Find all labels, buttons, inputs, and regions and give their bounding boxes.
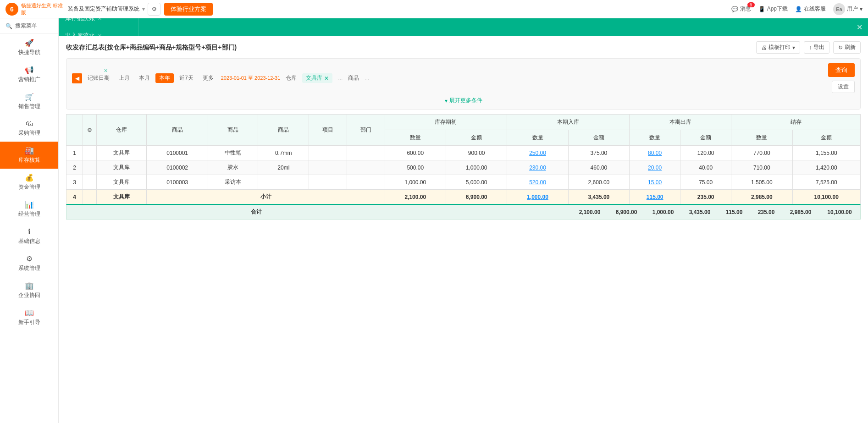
cell-out-qty-1[interactable]: 20.00: [630, 160, 680, 175]
cell-settings-1: [83, 160, 97, 175]
sidebar-item-basic-info[interactable]: ℹ基础信息: [0, 223, 58, 250]
th-project: 项目: [309, 115, 347, 146]
sidebar-label-system: 系统管理: [18, 264, 40, 272]
system-dropdown-icon[interactable]: ▾: [142, 6, 145, 12]
cell-in-qty-2[interactable]: 520.00: [507, 175, 568, 190]
sidebar-icon-sales: 🛒: [25, 93, 34, 101]
cell-warehouse-0: 文具库: [97, 146, 147, 160]
subtotal-out-amt: 235.00: [680, 190, 731, 204]
tab-close-all[interactable]: ✕: [851, 23, 868, 32]
th-product-spec: 商品: [258, 115, 309, 146]
cell-out-qty-2[interactable]: 15.00: [630, 175, 680, 190]
top-bar: 6 畅捷通好生意 标准版 装备及固定资产辅助管理系统 ▾ ⚙ 体验行业方案 💬 …: [0, 0, 868, 18]
filter-collapse-button[interactable]: ◀: [72, 73, 82, 83]
subtotal-out-qty[interactable]: 115.00: [630, 190, 680, 204]
cell-productcode-0: 0100001: [147, 146, 208, 160]
date-btn-this-month[interactable]: 本月: [135, 73, 154, 83]
export-label: 导出: [813, 44, 824, 51]
cell-out-amt-2: 75.00: [680, 175, 731, 190]
refresh-icon: ↻: [838, 44, 843, 51]
refresh-button[interactable]: ↻ 刷新: [833, 41, 861, 54]
print-button[interactable]: 🖨 模板打印 ▾: [756, 41, 800, 54]
th-product-name: 商品: [208, 115, 258, 146]
trial-button[interactable]: 体验行业方案: [164, 3, 213, 16]
th-settings[interactable]: ⚙: [83, 115, 97, 146]
system-title: 装备及固定资产辅助管理系统 ▾: [68, 5, 145, 13]
subtotal-in-amt: 3,435.00: [568, 190, 629, 204]
filter-setting-button[interactable]: 设置: [832, 81, 855, 93]
sidebar-search[interactable]: 🔍 搜索菜单: [0, 18, 58, 34]
subtotal-warehouse: 文具库: [97, 190, 147, 204]
cell-opening-qty-1: 500.00: [385, 160, 446, 175]
cell-in-qty-1[interactable]: 230.00: [507, 160, 568, 175]
message-item[interactable]: 💬 消息 6: [731, 5, 751, 13]
th-period-out-group: 本期出库: [630, 115, 731, 130]
sidebar-item-enterprise[interactable]: 🏢企业协同: [0, 277, 58, 304]
cell-balance-amt-0: 1,155.00: [792, 146, 860, 160]
cell-in-qty-0[interactable]: 250.00: [507, 146, 568, 160]
subtotal-opening-amt: 6,900.00: [446, 190, 507, 204]
export-button[interactable]: ↑ 导出: [804, 41, 829, 54]
warehouse-tag-remove[interactable]: ✕: [324, 75, 329, 82]
app-download-item[interactable]: 📱 App下载: [758, 5, 788, 13]
print-icon: 🖨: [761, 44, 767, 51]
sidebar-icon-basic-info: ℹ: [28, 227, 31, 236]
tab-close-recv-send-summary[interactable]: ✕: [104, 68, 108, 74]
sidebar-item-finance[interactable]: 💰资金管理: [0, 169, 58, 196]
th-department: 部门: [347, 115, 385, 146]
sidebar-label-finance: 资金管理: [18, 183, 40, 191]
date-btn-more[interactable]: 更多: [199, 73, 217, 83]
sidebar-icon-enterprise: 🏢: [25, 281, 34, 290]
expand-filter-button[interactable]: ▾ 展开更多条件: [445, 97, 482, 104]
export-icon: ↑: [809, 44, 812, 51]
sidebar-item-quick-nav[interactable]: 🚀快捷导航: [0, 34, 58, 61]
table-footer: 合计 2,100.00 6,900.00 1,000.00 3,435.00 1…: [66, 204, 861, 220]
cell-productspec-1: 20ml: [258, 160, 309, 175]
sidebar-item-operation[interactable]: 📊经营管理: [0, 196, 58, 223]
date-btn-7days[interactable]: 近7天: [176, 73, 197, 83]
table-settings-icon[interactable]: ⚙: [87, 127, 92, 133]
user-item[interactable]: Ea 用户 ▾: [833, 3, 862, 15]
tab-bar: 首页现存量（库存分布表）✕库存批次账✕出入库流水✕出入库汇总✕收发存汇总表✕ ✕: [59, 18, 868, 36]
tab-close-batch-ledger[interactable]: ✕: [98, 18, 102, 22]
cell-warehouse-2: 文具库: [97, 175, 147, 190]
subtotal-balance-amt: 10,100.00: [792, 190, 860, 204]
cell-department-2: [347, 175, 385, 190]
logo-icon: 6: [6, 3, 18, 16]
tab-close-in-out-summary[interactable]: ✕: [98, 50, 102, 56]
sidebar-item-system[interactable]: ⚙系统管理: [0, 250, 58, 277]
sidebar-item-inventory[interactable]: 🏭库存核算: [0, 142, 58, 169]
sidebar-item-purchase[interactable]: 🛍采购管理: [0, 115, 58, 142]
cell-out-qty-0[interactable]: 80.00: [630, 146, 680, 160]
online-service-item[interactable]: 👤 在线客服: [795, 5, 826, 13]
query-button[interactable]: 查询: [828, 63, 855, 77]
sidebar-item-marketing[interactable]: 📢营销推广: [0, 61, 58, 88]
warehouse-tag-label: 文具库: [306, 74, 322, 82]
tab-close-in-out-flow[interactable]: ✕: [98, 33, 102, 39]
tab-label-batch-ledger: 库存批次账: [65, 18, 95, 22]
cell-department-0: [347, 146, 385, 160]
filter-bar: ◀ 记账日期 上月 本月 本年 近7天 更多 2023-01-01 至 2023…: [66, 58, 861, 110]
subtotal-settings: [83, 190, 97, 204]
product-filter-ellipsis[interactable]: ...: [365, 75, 369, 82]
sidebar-icon-quick-nav: 🚀: [25, 38, 34, 47]
sidebar-item-guide[interactable]: 📖新手引导: [0, 304, 58, 331]
sidebar-icon-inventory: 🏭: [25, 146, 34, 155]
date-btn-this-year[interactable]: 本年: [155, 73, 174, 83]
expand-label: 展开更多条件: [449, 97, 482, 104]
sidebar-item-sales[interactable]: 🛒销售管理: [0, 88, 58, 115]
subtotal-num: 4: [66, 190, 83, 204]
tab-batch-ledger[interactable]: 库存批次账✕: [59, 18, 138, 27]
data-table: ⚙ 仓库 商品 商品 商品 项目 部门 库存期初 本期入库 本期出库 结存: [66, 114, 861, 204]
footer-in-amt: 3,435.00: [681, 209, 718, 215]
subtotal-in-qty[interactable]: 1,000.00: [507, 190, 568, 204]
cell-rownum-0: 1: [66, 146, 83, 160]
footer-opening-amt: 6,900.00: [608, 209, 645, 215]
date-btn-last-month[interactable]: 上月: [115, 73, 133, 83]
logo-text: 畅捷通好生意 标准版: [21, 2, 64, 16]
settings-icon[interactable]: ⚙: [148, 3, 160, 16]
sidebar-icon-marketing: 📢: [25, 66, 34, 74]
warehouse-filter-ellipsis[interactable]: ...: [338, 75, 343, 82]
sidebar-label-quick-nav: 快捷导航: [18, 49, 40, 56]
th-out-amt: 金额: [680, 130, 731, 146]
